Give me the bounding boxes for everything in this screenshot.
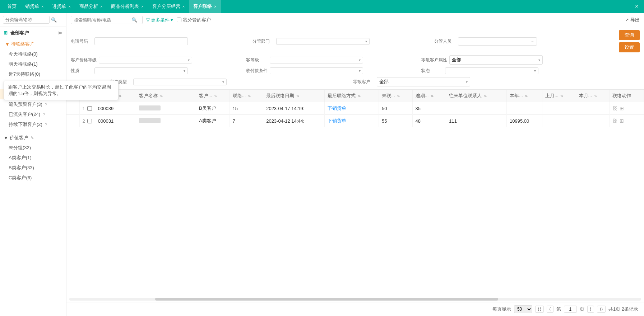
name-sort-icon[interactable]: ⇅ [160, 94, 163, 98]
row1-grid-icon[interactable]: ⊞ [620, 105, 624, 111]
nav-product-list-close[interactable]: × [141, 4, 143, 9]
nav-customer-segment[interactable]: 客户分层经营 × [148, 0, 189, 13]
customer-type-select[interactable]: ▾ [133, 79, 227, 85]
filter-price-level: 客户价格等级 ▾ [71, 57, 243, 63]
sidebar: 🔍 ⊞ 全部客户 ≫ ▼ 待联络客户 今天待联络(0) 明天待联络(1) 近7天… [0, 13, 66, 316]
sidebar-search-input[interactable] [3, 16, 50, 24]
query-button[interactable]: 查询 [619, 30, 640, 40]
nav-sales[interactable]: 销货单 × [21, 0, 48, 13]
last-contact-method-sort-icon[interactable]: ⇅ [358, 94, 361, 98]
top-nav: 首页 销货单 × 进货单 × 商品分析 × 商品分析列表 × 客户分层经营 × … [0, 0, 644, 13]
nav-product-list[interactable]: 商品分析列表 × [107, 0, 148, 13]
nav-purchase-close[interactable]: × [68, 4, 70, 9]
nav-product-analysis[interactable]: 商品分析 × [75, 0, 107, 13]
sidebar-collapse-btn[interactable]: ≫ [58, 30, 62, 36]
filter-bar: 🔍 ▽ 更多条件 ▾ 我分管的客户 ↗ 导出 [66, 13, 644, 27]
page-number-input[interactable] [564, 306, 577, 313]
row2-contact-method-link[interactable]: 下销货单 [328, 118, 346, 123]
nav-home[interactable]: 首页 [3, 0, 21, 13]
company-contact-sort-icon[interactable]: ⇅ [484, 94, 487, 98]
sidebar-item-today[interactable]: 今天待联络(0) [0, 49, 66, 59]
per-page-select[interactable]: 50 20 100 [514, 305, 532, 313]
contact-count-sort-icon[interactable]: ⇅ [248, 94, 251, 98]
row1-overdue: 35 [412, 102, 446, 115]
value-group-edit-icon[interactable]: ✎ [31, 136, 34, 140]
scrollbar-thumb[interactable] [155, 298, 498, 301]
prev-page-btn[interactable]: ⟨ [547, 306, 553, 313]
advanced-filter: 电话号码 分管部门 ▾ 分管人员 ··· [66, 27, 644, 90]
row2-grid-icon[interactable]: ⊞ [620, 118, 624, 124]
filter-search-icon[interactable]: 🔍 [131, 17, 137, 23]
filter-row-1: 电话号码 分管部门 ▾ 分管人员 ··· [71, 30, 640, 52]
customer-level-select[interactable]: ▾ [270, 57, 363, 63]
pagination-bar: 每页显示 50 20 100 ⟨⟨ ⟨ 第 页 ⟩ ⟩⟩ 共1页 2条记录 [66, 302, 644, 316]
export-icon: ↗ [625, 17, 629, 23]
page-label: 第 [556, 306, 561, 312]
sidebar-item-tomorrow[interactable]: 明天待联络(1) [0, 59, 66, 69]
nav-customer-contact-close[interactable]: × [214, 4, 216, 9]
uncontacted-sort-icon[interactable]: ⇅ [397, 94, 400, 98]
sidebar-item-class-c[interactable]: C类客户(6) [0, 173, 66, 183]
nav-customer-segment-close[interactable]: × [182, 4, 185, 9]
this-year-sort-icon[interactable]: ⇅ [525, 94, 528, 98]
filter-search-box: 🔍 [71, 16, 143, 24]
manager-dots-icon[interactable]: ··· [531, 39, 534, 44]
nav-sales-close[interactable]: × [41, 4, 43, 9]
nav-product-analysis-close[interactable]: × [100, 4, 102, 9]
sidebar-item-loss-warning[interactable]: 流失预警客户(3) ? [0, 99, 66, 109]
nature-select[interactable]: ▾ [94, 67, 188, 74]
next-page-btn[interactable]: ⟩ [587, 306, 594, 313]
sidebar-search-icon[interactable]: 🔍 [51, 17, 57, 23]
my-customer-checkbox[interactable] [177, 18, 181, 22]
sidebar-item-7days[interactable]: 近7天待联络(0) [0, 69, 66, 79]
row2-last-month [542, 115, 576, 127]
row1-contact-method-link[interactable]: 下销货单 [328, 105, 346, 111]
sidebar-item-declining[interactable]: 持续下滑客户(2) ? [0, 119, 66, 129]
sidebar-item-lost[interactable]: 已流失客户(24) ? [0, 109, 66, 119]
sidebar-item-ungrouped[interactable]: 未分组(32) [0, 143, 66, 153]
export-button[interactable]: ↗ 导出 [625, 17, 640, 23]
this-month-sort-icon[interactable]: ⇅ [594, 94, 597, 98]
last-month-sort-icon[interactable]: ⇅ [560, 94, 563, 98]
sidebar-pending-group[interactable]: ▼ 待联络客户 [0, 39, 66, 49]
filter-search-input[interactable] [74, 18, 131, 23]
payment-select[interactable]: ▾ [270, 67, 363, 74]
row2-link-icon[interactable]: ⛓ [612, 118, 617, 124]
overdue-sort-icon[interactable]: ⇅ [431, 94, 434, 98]
first-page-btn[interactable]: ⟨⟨ [535, 306, 544, 313]
window-close-button[interactable]: × [632, 3, 641, 10]
row1-link-icon[interactable]: ⛓ [612, 105, 617, 111]
payment-arrow-icon: ▾ [359, 69, 361, 73]
department-select[interactable]: ▾ [276, 38, 370, 45]
customer-type-sort-icon[interactable]: ⇅ [214, 94, 217, 98]
status-select[interactable]: ▾ [445, 67, 538, 74]
row2-code: 000031 [95, 115, 136, 127]
main-layout: 🔍 ⊞ 全部客户 ≫ ▼ 待联络客户 今天待联络(0) 明天待联络(1) 近7天… [0, 13, 644, 316]
sidebar-value-group[interactable]: ▼ 价值客户 ✎ [0, 133, 66, 143]
th-last-month: 上月... ⇅ [542, 90, 576, 102]
row1-last-month [542, 102, 576, 115]
last-contact-date-sort-icon[interactable]: ⇅ [296, 94, 299, 98]
phone-input[interactable] [94, 37, 188, 45]
filter-more-conditions[interactable]: ▽ 更多条件 ▾ [146, 17, 173, 23]
sidebar-item-class-a[interactable]: A类客户(1) [0, 153, 66, 163]
horizontal-scrollbar[interactable] [66, 296, 644, 302]
price-level-select[interactable]: ▾ [99, 57, 192, 63]
row1-contact-count: 15 [230, 102, 263, 115]
customer-level-arrow-icon: ▾ [359, 58, 361, 62]
sidebar-item-class-b[interactable]: B类客户(33) [0, 163, 66, 173]
nav-customer-contact[interactable]: 客户联络 × [189, 0, 221, 13]
nav-purchase[interactable]: 进货单 × [48, 0, 75, 13]
code-sort-icon[interactable]: ⇅ [119, 94, 121, 98]
row2-select-checkbox[interactable] [87, 119, 92, 123]
filter-nature: 性质 ▾ [71, 67, 243, 74]
row1-select-checkbox[interactable] [87, 106, 92, 111]
retail-attr-select[interactable]: 全部 ▾ [449, 55, 543, 65]
retail-customer-select[interactable]: 全部 ▾ [377, 77, 470, 86]
table-area: ⚙ 客户编码 ⇅ 客户名称 ⇅ [66, 90, 644, 296]
last-page-btn[interactable]: ⟩⟩ [597, 306, 606, 313]
manager-select[interactable]: ··· [458, 37, 537, 46]
scrollbar-track [69, 298, 641, 301]
setting-button[interactable]: 设置 [619, 42, 640, 52]
th-this-month: 本月... ⇅ [576, 90, 610, 102]
